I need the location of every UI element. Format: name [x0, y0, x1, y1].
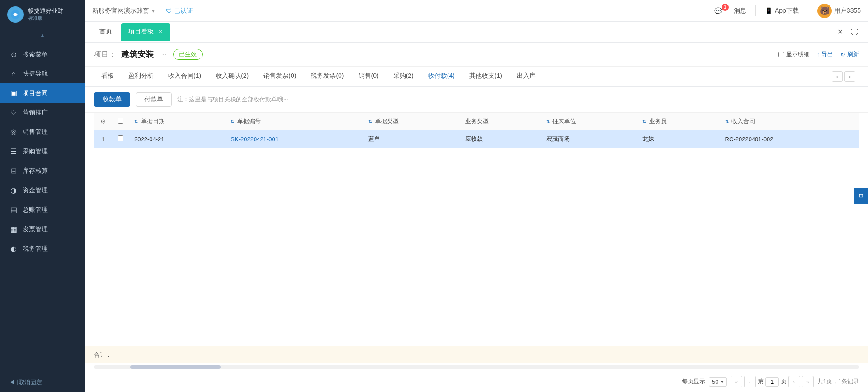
app-subtitle: 标准版 [28, 15, 63, 22]
horizontal-scrollbar[interactable] [94, 365, 859, 369]
sidebar-item-inventory[interactable]: ⊟ 库存核算 [0, 161, 85, 181]
col-staff-label: 业务员 [649, 118, 667, 124]
page-size-chevron: ▾ [721, 378, 724, 385]
sidebar-item-sales[interactable]: ◎ 销售管理 [0, 122, 85, 142]
page-size-label: 每页显示 [682, 378, 705, 386]
unpin-label: ◀‖取消固定 [9, 378, 42, 387]
payment-sheet-label: 付款单 [144, 96, 163, 103]
table-row[interactable]: 1 2022-04-21 SK-20220421-001 蓝单 应收款 宏茂商场… [94, 130, 859, 148]
table-col-staff[interactable]: ⇅ 业务员 [637, 113, 720, 130]
sidebar-item-label-finance: 资金管理 [23, 186, 48, 195]
pagination: 每页显示 50 ▾ « ‹ 第 页 › » [85, 371, 868, 392]
sub-tab-income-confirm-label: 收入确认(2) [216, 72, 249, 79]
sub-tab-other-expense-label: 其他收支(1) [469, 72, 502, 79]
sidebar-item-project[interactable]: ▣ 项目合同 [0, 83, 85, 103]
select-all-checkbox[interactable] [118, 118, 123, 124]
export-icon: ↑ [817, 51, 820, 58]
tab-project-board[interactable]: 项目看板 ✕ [121, 23, 170, 41]
scroll-up-arrow[interactable]: ▲ [39, 31, 46, 39]
app-title: 畅捷通好业财 [28, 7, 63, 15]
sidebar-item-tax[interactable]: ◐ 税务管理 [0, 239, 85, 258]
sub-tab-receipt-label: 收付款(4) [428, 72, 455, 79]
sidebar-item-shortcut[interactable]: ⌂ 快捷导航 [0, 64, 85, 83]
sub-tab-next-button[interactable]: › [844, 71, 855, 82]
first-page-button[interactable]: « [731, 376, 742, 387]
account-selector[interactable]: 新服务官网演示账套 ▾ [92, 7, 155, 15]
sort-partner-icon: ⇅ [546, 119, 550, 124]
app-logo [7, 6, 24, 23]
sidebar-item-finance[interactable]: ◑ 资金管理 [0, 181, 85, 200]
sub-tab-tax-invoice[interactable]: 税务发票(0) [303, 67, 351, 86]
payment-sheet-tab[interactable]: 付款单 [136, 92, 172, 107]
last-page-button[interactable]: » [802, 376, 814, 387]
table-col-income-contract[interactable]: ⇅ 收入合同 [720, 113, 859, 130]
table-col-gear[interactable]: ⚙ [94, 113, 112, 130]
app-download-button[interactable]: 📱 App下载 [765, 7, 799, 15]
account-chevron-icon: ▾ [152, 8, 155, 14]
gear-icon[interactable]: ⚙ [100, 118, 106, 125]
tab-home[interactable]: 首页 [92, 23, 119, 41]
window-close-button[interactable]: ✕ [834, 26, 846, 38]
table-col-type[interactable]: ⇅ 单据类型 [363, 113, 459, 130]
table-col-partner[interactable]: ⇅ 往来单位 [541, 113, 637, 130]
project-more-button[interactable]: ··· [159, 50, 168, 58]
show-detail-label: 显示明细 [786, 50, 810, 58]
sub-tab-prev-button[interactable]: ‹ [832, 71, 843, 82]
window-maximize-button[interactable]: ⛶ [848, 26, 861, 38]
marketing-icon: ♡ [9, 108, 18, 117]
sidebar-item-invoice[interactable]: ▦ 发票管理 [0, 220, 85, 239]
sidebar-unpin[interactable]: ◀‖取消固定 [0, 373, 85, 392]
sidebar-item-label-inventory: 库存核算 [23, 167, 48, 175]
refresh-button[interactable]: ↻ 刷新 [840, 50, 859, 58]
col-type-label: 单据类型 [375, 118, 399, 124]
prev-page-button[interactable]: ‹ [744, 376, 756, 387]
message-button[interactable]: 💬 1 消息 [714, 7, 746, 15]
sub-tab-kanban[interactable]: 看板 [94, 67, 121, 86]
receipt-sheet-tab[interactable]: 收款单 [94, 92, 130, 107]
project-title: 建筑安装 [121, 49, 154, 60]
sub-tab-sales-invoice-label: 销售发票(0) [263, 72, 296, 79]
horizontal-scrollbar-row [85, 363, 868, 371]
sub-tab-inout[interactable]: 出入库 [509, 67, 543, 86]
search-icon: ⊙ [9, 50, 18, 59]
row-number[interactable]: SK-20220421-001 [225, 130, 363, 148]
table-col-check[interactable] [112, 113, 129, 130]
sidebar-scroll-up[interactable]: ▲ [0, 29, 85, 41]
sidebar-item-search[interactable]: ⊙ 搜索菜单 [0, 45, 85, 64]
refresh-icon: ↻ [840, 51, 845, 58]
table-col-number[interactable]: ⇅ 单据编号 [225, 113, 363, 130]
sub-tab-sales-invoice[interactable]: 销售发票(0) [256, 67, 303, 86]
show-detail-check[interactable] [778, 52, 784, 57]
footer-total-label: 合计： [94, 351, 112, 358]
user-menu[interactable]: 🐻 用户3355 [817, 4, 861, 18]
page-number-input[interactable] [765, 377, 779, 387]
main-tab-bar: 首页 项目看板 ✕ ✕ ⛶ [85, 22, 868, 43]
show-detail-checkbox[interactable]: 显示明细 [778, 50, 810, 58]
row-staff: 龙妹 [637, 130, 720, 148]
export-button[interactable]: ↑ 导出 [817, 50, 834, 58]
page-size-select[interactable]: 50 ▾ [709, 377, 726, 387]
sub-tab-profit[interactable]: 盈利分析 [121, 67, 161, 86]
invoice-icon: ▦ [9, 225, 18, 234]
sidebar-item-label-tax: 税务管理 [23, 245, 48, 253]
next-page-button[interactable]: › [788, 376, 800, 387]
sub-tab-income-confirm[interactable]: 收入确认(2) [208, 67, 256, 86]
row-checkbox[interactable] [118, 135, 123, 141]
row-checkbox-cell[interactable] [112, 130, 129, 148]
sub-tab-purchase[interactable]: 采购(2) [386, 67, 421, 86]
sub-tab-purchase-label: 采购(2) [393, 72, 414, 79]
sub-tab-other-expense[interactable]: 其他收支(1) [462, 67, 509, 86]
prev-page-icon: ‹ [749, 378, 750, 385]
sub-tab-receipt[interactable]: 收付款(4) [421, 67, 462, 86]
row-number-link[interactable]: SK-20220421-001 [231, 136, 278, 143]
table-col-date[interactable]: ⇅ 单据日期 [129, 113, 225, 130]
sidebar-item-marketing[interactable]: ♡ 营销推广 [0, 103, 85, 122]
sidebar-item-purchase[interactable]: ☰ 采购管理 [0, 142, 85, 161]
tab-close-icon[interactable]: ✕ [158, 29, 163, 35]
page-size-value: 50 [712, 378, 718, 385]
scrollbar-thumb[interactable] [130, 365, 221, 369]
sub-tab-income-contract[interactable]: 收入合同(1) [161, 67, 208, 86]
sidebar-item-ledger[interactable]: ▤ 总账管理 [0, 200, 85, 220]
sub-tab-sales[interactable]: 销售(0) [351, 67, 386, 86]
float-panel-button[interactable]: ⊞ [854, 188, 868, 204]
